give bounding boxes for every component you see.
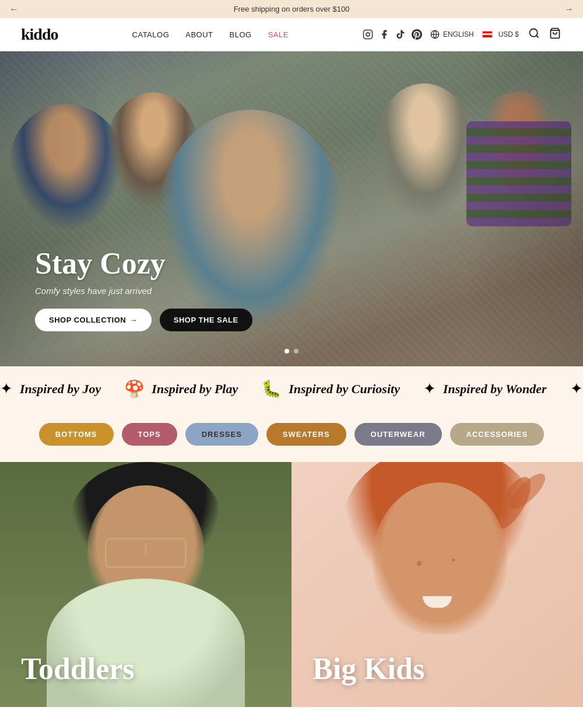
social-icons bbox=[363, 29, 422, 40]
inspired-item-wonder: ✦ Inspired by Wonder bbox=[423, 380, 547, 398]
main-nav: CATALOG ABOUT BLOG SALE bbox=[132, 30, 289, 39]
inspired-play-text: Inspired by Play bbox=[152, 382, 238, 397]
nav-about[interactable]: ABOUT bbox=[185, 30, 213, 39]
accessories-pill[interactable]: ACCESSORIES bbox=[450, 423, 545, 446]
instagram-icon[interactable] bbox=[363, 29, 373, 40]
announcement-text: Free shipping on orders over $100 bbox=[234, 5, 350, 13]
inspired-curiosity-text: Inspired by Curiosity bbox=[289, 382, 400, 397]
svg-rect-0 bbox=[363, 30, 372, 39]
currency-label: USD $ bbox=[498, 30, 519, 38]
currency-selector[interactable]: USD $ bbox=[482, 30, 519, 38]
announcement-next[interactable]: → bbox=[564, 4, 574, 15]
big-kids-label: Big Kids bbox=[312, 652, 424, 686]
nav-sale[interactable]: SALE bbox=[268, 30, 289, 39]
inspired-band: ✦ Inspired by Joy 🍄 Inspired by Play 🐛 I… bbox=[0, 366, 583, 411]
svg-point-1 bbox=[366, 33, 370, 36]
inspired-item-joy-2: ✦ Inspired by Joy bbox=[570, 380, 583, 398]
sun-icon-2: ✦ bbox=[570, 380, 583, 398]
toddlers-label: Toddlers bbox=[21, 652, 135, 686]
shop-collection-button[interactable]: SHOP COLLECTION → bbox=[35, 309, 152, 331]
bottom-section: Toddlers Big Kids bbox=[0, 462, 583, 707]
arrow-right-icon: → bbox=[129, 316, 138, 324]
svg-point-2 bbox=[370, 32, 371, 33]
hero-content: Stay Cozy Comfy styles have just arrived… bbox=[35, 247, 252, 331]
bottoms-pill[interactable]: BOTTOMS bbox=[39, 423, 114, 446]
hero-subtitle: Comfy styles have just arrived bbox=[35, 286, 252, 296]
dresses-pill[interactable]: DRESSES bbox=[185, 423, 258, 446]
svg-line-6 bbox=[536, 35, 539, 37]
bug-icon: 🐛 bbox=[261, 379, 282, 398]
inspired-track: ✦ Inspired by Joy 🍄 Inspired by Play 🐛 I… bbox=[0, 379, 583, 398]
tiktok-icon[interactable] bbox=[395, 29, 406, 40]
sun-icon: ✦ bbox=[0, 380, 13, 398]
nav-blog[interactable]: BLOG bbox=[230, 30, 252, 39]
hero-section: Stay Cozy Comfy styles have just arrived… bbox=[0, 51, 583, 366]
header-right: ENGLISH USD $ bbox=[363, 26, 562, 43]
announcement-bar: ← Free shipping on orders over $100 → bbox=[0, 0, 583, 18]
cart-button[interactable] bbox=[548, 26, 562, 43]
language-selector[interactable]: ENGLISH bbox=[430, 30, 474, 39]
inspired-item-joy: ✦ Inspired by Joy bbox=[0, 380, 101, 398]
hero-buttons: SHOP COLLECTION → SHOP THE SALE bbox=[35, 309, 252, 331]
svg-point-5 bbox=[530, 29, 538, 36]
inspired-wonder-text: Inspired by Wonder bbox=[443, 382, 547, 397]
inspired-joy-text: Inspired by Joy bbox=[20, 382, 101, 397]
announcement-prev[interactable]: ← bbox=[9, 4, 19, 15]
pinterest-icon[interactable] bbox=[412, 29, 422, 40]
nav-catalog[interactable]: CATALOG bbox=[132, 30, 170, 39]
sweaters-pill[interactable]: SWEATERS bbox=[266, 423, 346, 446]
header: kiddo CATALOG ABOUT BLOG SALE ENGLISH bbox=[0, 18, 583, 51]
search-button[interactable] bbox=[527, 26, 541, 43]
toddlers-card[interactable]: Toddlers bbox=[0, 462, 292, 707]
language-label: ENGLISH bbox=[443, 30, 474, 38]
outerwear-pill[interactable]: OUTERWEAR bbox=[354, 423, 442, 446]
tops-pill[interactable]: TOPS bbox=[122, 423, 177, 446]
dot-1[interactable] bbox=[285, 349, 289, 354]
star-icon: ✦ bbox=[423, 380, 436, 398]
facebook-icon[interactable] bbox=[379, 29, 389, 40]
mushroom-icon: 🍄 bbox=[124, 379, 145, 398]
dot-2[interactable] bbox=[294, 349, 298, 354]
shop-sale-button[interactable]: SHOP THE SALE bbox=[160, 309, 252, 331]
big-kids-card[interactable]: Big Kids bbox=[292, 462, 583, 707]
inspired-item-curiosity: 🐛 Inspired by Curiosity bbox=[261, 379, 400, 398]
header-icons bbox=[527, 26, 562, 43]
logo[interactable]: kiddo bbox=[21, 25, 58, 44]
inspired-item-play: 🍄 Inspired by Play bbox=[124, 379, 238, 398]
hero-title: Stay Cozy bbox=[35, 247, 252, 280]
category-section: BOTTOMS TOPS DRESSES SWEATERS OUTERWEAR … bbox=[0, 411, 583, 462]
hero-dots bbox=[285, 349, 298, 354]
